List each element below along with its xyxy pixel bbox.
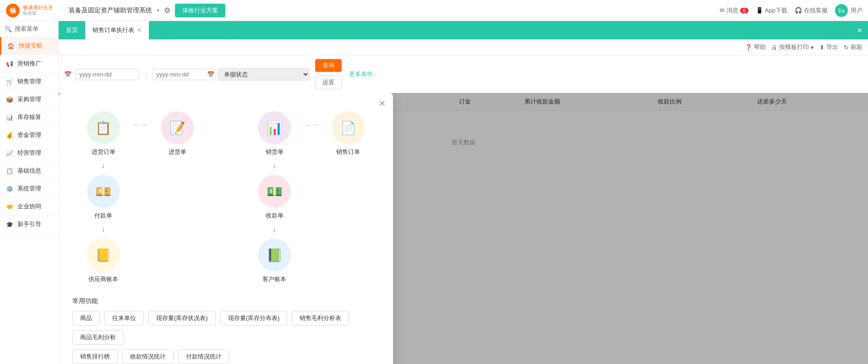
sidebar-item-operations[interactable]: 📈经营管理 bbox=[0, 144, 58, 162]
sales-label: 销货单 bbox=[266, 148, 284, 156]
filter-row: ❓ 帮助 🖨 按模板打印 ▾ ⬆ 导出 ↻ bbox=[59, 39, 868, 55]
flow-circle-purchase: 📝 bbox=[161, 111, 194, 144]
flow-item-sales[interactable]: 📊 销货单 bbox=[258, 111, 291, 156]
modal-close-btn[interactable]: ✕ bbox=[379, 98, 386, 109]
func-btn[interactable]: 往来单位 bbox=[104, 311, 144, 326]
func-btn[interactable]: 现存量(库存状况表) bbox=[148, 311, 216, 326]
flow-item-sales-order[interactable]: 📄 销售订单 bbox=[332, 111, 365, 156]
func-btn[interactable]: 销售毛利分析表 bbox=[292, 311, 349, 326]
page-inner: ❓ 帮助 🖨 按模板打印 ▾ ⬆ 导出 ↻ bbox=[59, 39, 868, 364]
message-icon: ✉ bbox=[720, 7, 725, 14]
sidebar-item-basic-info[interactable]: 📋基础信息 bbox=[0, 162, 58, 180]
h-arrow-1: - - → bbox=[134, 107, 147, 130]
func-btn[interactable]: 销售排行榜 bbox=[72, 349, 118, 364]
date-start-input[interactable] bbox=[75, 69, 139, 80]
func-btn[interactable]: 收款情况统计 bbox=[122, 349, 174, 364]
flow-item-purchase-order[interactable]: 📋 进货订单 bbox=[87, 111, 120, 156]
date-range-icon: 📅 bbox=[64, 71, 71, 78]
content-area: 首页 销售订单执行表 ✕ ✕ ❓ 帮助 bbox=[59, 21, 868, 364]
flow-circle-customer: 📗 bbox=[258, 239, 291, 272]
print-arrow-icon: ▾ bbox=[811, 44, 814, 51]
nav-icon-marketing: 📢 bbox=[5, 60, 14, 68]
func-btn[interactable]: 商品 bbox=[72, 311, 100, 326]
filter-row-2: 📅 - 📅 单据状态 查询 设置 更多条件 bbox=[59, 55, 868, 93]
flow-mid-left-col: 📝 进货单 bbox=[147, 107, 207, 161]
sidebar-search[interactable]: 🔍 搜索菜单 bbox=[0, 21, 58, 37]
nav-icon-inventory: 📊 bbox=[5, 113, 14, 121]
export-btn[interactable]: ⬆ 导出 bbox=[819, 43, 838, 51]
print-icon: 🖨 bbox=[771, 44, 777, 51]
sidebar-item-inventory[interactable]: 📊库存核算 bbox=[0, 109, 58, 126]
flow-item-receipt[interactable]: 💵 收款单 bbox=[258, 175, 291, 220]
app-download-btn[interactable]: 📱 App下载 bbox=[756, 6, 787, 15]
sidebar-item-system[interactable]: ⚙️系统管理 bbox=[0, 180, 58, 198]
nav-icon-purchase: 📦 bbox=[5, 95, 14, 103]
message-btn[interactable]: ✉ 消息 6 bbox=[720, 6, 748, 15]
settings-icon[interactable]: ⚙ bbox=[164, 6, 170, 15]
flow-circle-sales-order: 📄 bbox=[332, 111, 365, 144]
tab-sales-order-label: 销售订单执行表 bbox=[93, 26, 134, 34]
top-bar-right: ✉ 消息 6 📱 App下载 🎧 在线客服 Ea 用户 bbox=[720, 4, 863, 17]
supplier-ledger-icon: 📒 bbox=[95, 248, 111, 263]
common-functions-title: 常用功能 bbox=[72, 297, 379, 305]
nav-label-sales: 销售管理 bbox=[17, 77, 41, 86]
phone-icon: 📱 bbox=[756, 7, 763, 14]
func-btn[interactable]: 现存量(库存分布表) bbox=[220, 311, 288, 326]
sidebar-item-sales[interactable]: 🛒销售管理 bbox=[0, 73, 58, 91]
func-buttons-row2: 销售排行榜收款情况统计付款情况统计 bbox=[72, 349, 379, 364]
sidebar-nav: 🏠快捷导航📢营销推广🛒销售管理📦采购管理📊库存核算💰资金管理📈经营管理📋基础信息… bbox=[0, 37, 58, 234]
tab-sales-order[interactable]: 销售订单执行表 ✕ bbox=[85, 21, 149, 39]
window-close-icon[interactable]: ✕ bbox=[857, 27, 863, 34]
more-conditions-btn[interactable]: 更多条件 bbox=[349, 70, 373, 78]
purchase-order-label: 进货订单 bbox=[92, 148, 115, 156]
nav-icon-sales: 🛒 bbox=[5, 77, 14, 86]
flow-left-col: 📋 进货订单 ↓ 💴 bbox=[73, 107, 134, 288]
sidebar-item-quick-nav[interactable]: 🏠快捷导航 bbox=[0, 37, 58, 55]
nav-label-system: 系统管理 bbox=[17, 185, 41, 193]
help-icon: ❓ bbox=[745, 44, 752, 51]
func-btn[interactable]: 付款情况统计 bbox=[178, 349, 229, 364]
tab-home[interactable]: 首页 bbox=[59, 21, 85, 39]
customer-ledger-label: 客户账本 bbox=[262, 275, 286, 283]
sidebar-item-marketing[interactable]: 📢营销推广 bbox=[0, 55, 58, 73]
sidebar: 🔍 搜索菜单 🏠快捷导航📢营销推广🛒销售管理📦采购管理📊库存核算💰资金管理📈经营… bbox=[0, 21, 59, 364]
search-icon: 🔍 bbox=[5, 26, 12, 33]
h-arrow-2: ← - - bbox=[305, 107, 318, 130]
nav-icon-system: ⚙️ bbox=[5, 185, 14, 193]
func-btn[interactable]: 商品毛利分析 bbox=[72, 330, 124, 345]
nav-icon-guide: 🎓 bbox=[5, 220, 14, 228]
tab-bar-close[interactable]: ✕ bbox=[857, 27, 868, 34]
print-btn[interactable]: 🖨 按模板打印 ▾ bbox=[771, 43, 814, 51]
flow-item-payment[interactable]: 💴 付款单 bbox=[87, 175, 120, 220]
status-select[interactable]: 单据状态 bbox=[218, 68, 310, 81]
flow-item-purchase[interactable]: 📝 进货单 bbox=[161, 111, 194, 156]
modal-box: ✕ 📋 进货订单 bbox=[59, 93, 393, 364]
sidebar-item-guide[interactable]: 🎓新手引导 bbox=[0, 216, 58, 234]
user-btn[interactable]: Ea 用户 bbox=[835, 4, 863, 17]
flow-item-supplier-ledger[interactable]: 📒 供应商账本 bbox=[87, 239, 120, 283]
tab-close-icon[interactable]: ✕ bbox=[137, 27, 142, 33]
nav-label-finance: 资金管理 bbox=[17, 131, 41, 139]
experience-btn[interactable]: 体验行业方案 bbox=[175, 4, 225, 17]
dropdown-arrow-icon: ▾ bbox=[157, 7, 159, 14]
online-service-btn[interactable]: 🎧 在线客服 bbox=[795, 6, 828, 15]
refresh-btn[interactable]: ↻ 刷新 bbox=[844, 43, 863, 51]
tab-home-label: 首页 bbox=[66, 26, 78, 34]
nav-icon-quick-nav: 🏠 bbox=[7, 42, 15, 50]
payment-label: 付款单 bbox=[94, 212, 112, 220]
sidebar-item-finance[interactable]: 💰资金管理 bbox=[0, 126, 58, 144]
sidebar-item-enterprise[interactable]: 🤝企业协同 bbox=[0, 198, 58, 216]
query-btn[interactable]: 查询 bbox=[315, 59, 342, 72]
message-badge: 6 bbox=[740, 8, 748, 13]
settings-btn[interactable]: 设置 bbox=[315, 76, 342, 89]
flow-circle-supplier: 📒 bbox=[87, 239, 120, 272]
nav-label-guide: 新手引导 bbox=[17, 220, 41, 228]
logo-text: 畅康通好生意 标准版 bbox=[23, 5, 53, 16]
sidebar-item-purchase[interactable]: 📦采购管理 bbox=[0, 91, 58, 109]
date-end-input[interactable] bbox=[152, 69, 216, 80]
flow-circle-receipt: 💵 bbox=[258, 175, 291, 208]
refresh-icon: ↻ bbox=[844, 44, 849, 51]
flow-item-customer-ledger[interactable]: 📗 客户账本 bbox=[258, 239, 291, 283]
help-btn[interactable]: ❓ 帮助 bbox=[745, 43, 766, 51]
logo-area: 畅 畅康通好生意 标准版 bbox=[5, 3, 64, 18]
